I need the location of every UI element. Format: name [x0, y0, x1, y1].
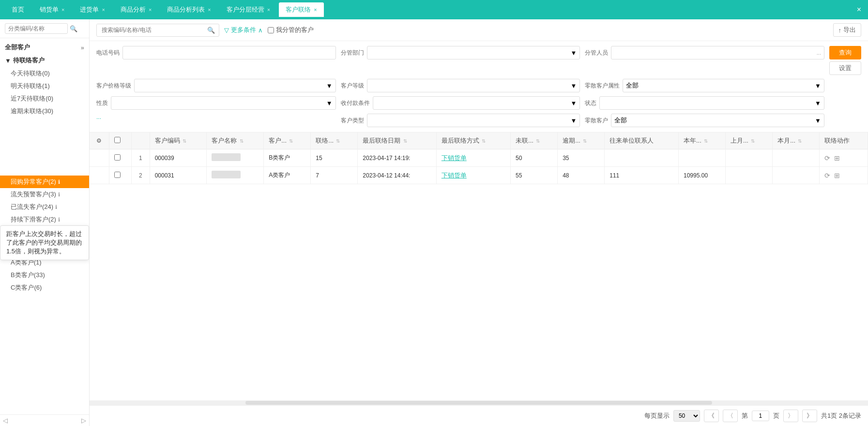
row2-name[interactable] [207, 167, 264, 184]
tab-purchase[interactable]: 进货单 × [73, 2, 111, 17]
filter-payment-select[interactable]: ▼ [373, 96, 580, 110]
toolbar-search-button[interactable]: 🔍 [203, 24, 219, 36]
row1-last-method-link[interactable]: 下销货单 [442, 154, 467, 162]
query-button[interactable]: 查询 [829, 46, 861, 59]
first-page-button[interactable]: 《 [704, 410, 719, 422]
sidebar-right-arrow[interactable]: ▷ [81, 417, 86, 424]
sidebar-item-b-class[interactable]: B类客户(33) [0, 269, 89, 281]
row2-code[interactable]: 000031 [150, 167, 207, 184]
sidebar-item-declining[interactable]: 持续下滑客户(2) ℹ [0, 213, 89, 226]
horizontal-scrollbar[interactable] [90, 400, 868, 405]
more-conditions-arrow: ∧ [258, 27, 263, 34]
tab-customer-mgmt[interactable]: 客户分层经营 × [220, 2, 277, 17]
filter-status: 状态 ▼ [585, 96, 824, 110]
tab-analysis-list-close[interactable]: × [208, 7, 211, 13]
row1-settings[interactable] [90, 149, 109, 167]
settings-button[interactable]: 设置 [829, 61, 861, 75]
col-uncontacted[interactable]: 未联... ⇅ [511, 132, 558, 149]
more-conditions-toggle[interactable]: ▽ 更多条件 ∧ [224, 26, 263, 34]
row2-settings[interactable] [90, 167, 109, 184]
tab-analysis-list[interactable]: 商品分析列表 × [160, 2, 217, 17]
tab-customer-contact-close[interactable]: × [314, 7, 317, 13]
tab-analysis-close[interactable]: × [149, 7, 152, 13]
my-customers-checkbox[interactable] [268, 27, 274, 33]
sidebar-item-7days[interactable]: 近7天待联络(0) [0, 92, 89, 105]
filter-more-btn: ... [96, 114, 336, 120]
tab-sales-close[interactable]: × [61, 7, 64, 13]
row2-level: A类客户 [264, 167, 311, 184]
sidebar-item-abnormal[interactable]: 回购异常客户(2) ℹ [0, 176, 89, 188]
filter-price-level-select[interactable]: ▼ [134, 79, 336, 92]
sidebar-item-c-class[interactable]: C类客户(6) [0, 281, 89, 294]
filter-nature-select[interactable]: ▼ [111, 96, 336, 110]
filter-dept-select[interactable]: ▼ [367, 46, 580, 59]
row1-select-checkbox[interactable] [114, 154, 121, 161]
filter-phone-input[interactable] [122, 46, 336, 59]
filter-customer-type-select[interactable]: ▼ [367, 114, 580, 127]
col-level[interactable]: 客户... ⇅ [264, 132, 311, 149]
tab-purchase-close[interactable]: × [102, 7, 105, 13]
row1-contact-person [605, 149, 679, 167]
last-page-button[interactable]: 》 [802, 410, 817, 422]
row1-contact-icon[interactable]: ⟳ [824, 154, 830, 162]
tab-sales[interactable]: 销货单 × [33, 2, 71, 17]
col-last-month[interactable]: 上月... ⇅ [726, 132, 773, 149]
sidebar-group-waiting[interactable]: ▼ 待联络客户 [0, 54, 89, 67]
col-settings[interactable]: ⚙ [90, 132, 109, 149]
sidebar-item-today[interactable]: 今天待联络(0) [0, 67, 89, 80]
filter-customer-level-select[interactable]: ▼ [367, 79, 580, 92]
col-overdue[interactable]: 逾期... ⇅ [558, 132, 605, 149]
toolbar-search-input[interactable] [97, 24, 203, 36]
row1-num: 1 [131, 149, 150, 167]
select-all-checkbox[interactable] [114, 137, 121, 143]
tab-customer-mgmt-close[interactable]: × [267, 7, 270, 13]
row1-level: B类客户 [264, 149, 311, 167]
filter-person-select[interactable]: ... [611, 46, 824, 59]
filter-scattered-customer-select[interactable]: 全部▼ [611, 114, 824, 127]
filter-scattered-attr-select[interactable]: 全部▼ [623, 79, 824, 92]
sidebar-item-lost[interactable]: 已流失客户(24) ℹ [0, 201, 89, 213]
row2-contact-person: 111 [605, 167, 679, 184]
col-this-year[interactable]: 本年... ⇅ [679, 132, 726, 149]
row1-more-icon[interactable]: ⊞ [834, 154, 840, 162]
filter-status-select[interactable]: ▼ [599, 96, 824, 110]
window-close-icon[interactable]: × [857, 5, 861, 14]
scroll-track[interactable] [245, 401, 713, 405]
row2-last-method[interactable]: 下销货单 [436, 167, 510, 184]
page-input[interactable] [752, 411, 769, 421]
sidebar-collapse-icon[interactable]: » [81, 44, 84, 51]
next-page-button[interactable]: 〉 [783, 410, 798, 422]
col-last-method[interactable]: 最后联络方式 ⇅ [436, 132, 510, 149]
filter-expand-more[interactable]: ... [96, 114, 101, 120]
col-last-date[interactable]: 最后联络日期 ⇅ [358, 132, 436, 149]
row2-more-icon[interactable]: ⊞ [834, 172, 840, 179]
my-customers-filter: 我分管的客户 [268, 26, 314, 34]
export-button[interactable]: ↑ 导出 [833, 23, 862, 37]
sidebar-item-warning[interactable]: 流失预警客户(3) ℹ [0, 188, 89, 201]
row1-code[interactable]: 000039 [150, 149, 207, 167]
page-suffix: 页 [773, 411, 779, 420]
sidebar-item-tomorrow[interactable]: 明天待联络(1) [0, 80, 89, 92]
row1-contacts: 15 [311, 149, 358, 167]
col-contacts[interactable]: 联络... ⇅ [311, 132, 358, 149]
col-code[interactable]: 客户编码 ⇅ [150, 132, 207, 149]
row1-last-method[interactable]: 下销货单 [436, 149, 510, 167]
sidebar-left-arrow[interactable]: ◁ [3, 417, 8, 424]
row2-last-method-link[interactable]: 下销货单 [442, 172, 467, 179]
tab-home[interactable]: 首页 [5, 2, 31, 17]
sidebar-item-overdue[interactable]: 逾期未联络(30) [0, 105, 89, 118]
sidebar-search-icon[interactable]: 🔍 [70, 25, 77, 32]
sidebar-all-customers[interactable]: 全部客户 » [0, 41, 89, 54]
per-page-select[interactable]: 50 100 200 [673, 410, 700, 422]
sidebar-search-input[interactable] [5, 23, 68, 34]
filter-person-more[interactable]: ... [817, 50, 821, 56]
row2-contact-icon[interactable]: ⟳ [824, 172, 830, 179]
col-name[interactable]: 客户名称 ⇅ [207, 132, 264, 149]
prev-page-button[interactable]: 〈 [723, 410, 738, 422]
row2-select-checkbox[interactable] [114, 172, 121, 178]
col-this-month[interactable]: 本月... ⇅ [773, 132, 820, 149]
tab-analysis[interactable]: 商品分析 × [114, 2, 158, 17]
col-contact-person[interactable]: 往来单位联系人 [605, 132, 679, 149]
row1-name[interactable] [207, 149, 264, 167]
tab-customer-contact[interactable]: 客户联络 × [279, 2, 323, 17]
